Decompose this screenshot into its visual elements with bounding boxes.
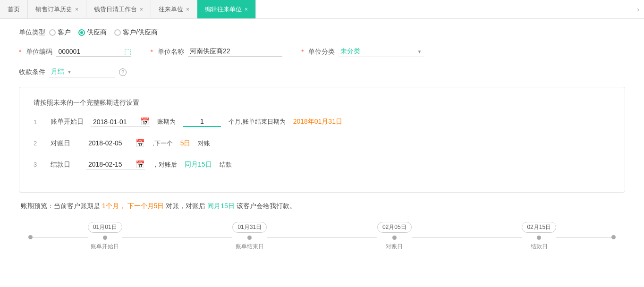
statement-date-label: 对账日 bbox=[51, 139, 79, 148]
radio-both[interactable]: 客户/供应商 bbox=[114, 28, 158, 37]
statement-day-highlight: 5日 bbox=[180, 139, 191, 148]
timeline-dot-end bbox=[611, 235, 616, 239]
row-num-1: 1 bbox=[34, 118, 43, 126]
unit-name-field: * 单位名称 bbox=[150, 47, 282, 57]
unit-category-label: 单位分类 bbox=[308, 48, 335, 56]
main-content: 单位类型 客户 供应商 客户/供应商 * 单位编码 bbox=[0, 19, 644, 287]
statement-date-row: 2 对账日 📅 ,下一个 5日 对账 bbox=[34, 138, 610, 148]
settlement-day-highlight: 同月15日 bbox=[185, 160, 212, 169]
unit-type-row: 单位类型 客户 供应商 客户/供应商 bbox=[19, 28, 625, 37]
timeline-label-1: 账单开始日 bbox=[91, 243, 119, 251]
timeline-label-2: 账单结束日 bbox=[236, 243, 264, 251]
close-icon[interactable]: × bbox=[245, 6, 248, 13]
unit-code-label: 单位编码 bbox=[26, 48, 52, 56]
tab-sales-history[interactable]: 销售订单历史 × bbox=[28, 0, 86, 18]
radio-circle-both bbox=[114, 29, 121, 36]
unit-category-value: 未分类 bbox=[340, 47, 360, 56]
timeline-line-4 bbox=[412, 237, 522, 237]
statement-date-input[interactable] bbox=[86, 138, 134, 148]
period-input[interactable] bbox=[183, 117, 221, 127]
tab-label: 编辑往来单位 bbox=[205, 5, 242, 14]
settings-panel: 请按照未来的一个完整帐期进行设置 1 账单开始日 📅 账期为 个月,账单结束日期… bbox=[19, 87, 625, 193]
close-icon[interactable]: × bbox=[140, 6, 143, 13]
start-date-row: 1 账单开始日 📅 账期为 个月,账单结束日期为 2018年01月31日 bbox=[34, 117, 610, 127]
unit-code-field: * 单位编码 ⬚ bbox=[19, 47, 131, 57]
payment-select[interactable]: 月结 ▼ bbox=[49, 67, 115, 77]
statement-suffix: 对账 bbox=[198, 139, 210, 148]
timeline-node-4: 02月15日 结款日 bbox=[522, 222, 556, 251]
start-date-label: 账单开始日 bbox=[51, 118, 84, 126]
timeline-node-2: 01月31日 账单结束日 bbox=[232, 222, 267, 251]
timeline-dot-1 bbox=[103, 236, 107, 240]
timeline-line-2 bbox=[122, 237, 233, 237]
start-date-input[interactable] bbox=[91, 117, 138, 127]
calendar-icon[interactable]: 📅 bbox=[136, 160, 145, 169]
tab-label: 钱货日清工作台 bbox=[94, 5, 137, 14]
timeline-dot-4 bbox=[537, 236, 541, 240]
preview-section: 账期预览：当前客户账期是 1个月， 下一个月5日 对账，对账后 同月15日 该客… bbox=[19, 202, 625, 211]
tab-bar: 首页 销售订单历史 × 钱货日清工作台 × 往来单位 × 编辑往来单位 × › bbox=[0, 0, 644, 19]
tab-more-button[interactable]: › bbox=[632, 0, 644, 18]
required-star: * bbox=[150, 48, 153, 56]
unit-code-input[interactable] bbox=[56, 47, 122, 56]
unit-info-row: * 单位编码 ⬚ * 单位名称 * 单位分类 未分类 ▼ bbox=[19, 46, 625, 57]
unit-type-label: 单位类型 bbox=[19, 28, 45, 37]
unit-name-input[interactable] bbox=[188, 47, 282, 57]
radio-customer[interactable]: 客户 bbox=[49, 28, 71, 37]
tab-edit-contact[interactable]: 编辑往来单位 × bbox=[197, 0, 256, 18]
calendar-icon[interactable]: 📅 bbox=[140, 117, 150, 126]
timeline-node-1: 01月01日 账单开始日 bbox=[88, 222, 122, 251]
radio-label-both: 客户/供应商 bbox=[123, 28, 158, 37]
settlement-date-input[interactable] bbox=[86, 160, 134, 169]
preview-next-day: 下一个月5日 bbox=[127, 202, 164, 210]
tab-label: 首页 bbox=[8, 5, 20, 14]
copy-icon[interactable]: ⬚ bbox=[124, 47, 131, 56]
tab-cash-workbench[interactable]: 钱货日清工作台 × bbox=[86, 0, 151, 18]
timeline-left-end bbox=[28, 235, 33, 239]
close-icon[interactable]: × bbox=[75, 6, 78, 13]
tab-home[interactable]: 首页 bbox=[0, 0, 28, 18]
radio-supplier[interactable]: 供应商 bbox=[78, 28, 107, 37]
tab-label: 往来单位 bbox=[159, 5, 183, 14]
timeline-dot-3 bbox=[392, 236, 397, 240]
timeline-badge-4: 02月15日 bbox=[522, 222, 556, 233]
help-icon[interactable]: ? bbox=[119, 68, 127, 76]
settlement-prefix: ，对账后 bbox=[153, 160, 177, 169]
timeline-dot-start bbox=[28, 235, 33, 239]
timeline-dot-2 bbox=[247, 236, 252, 240]
close-icon[interactable]: × bbox=[186, 6, 189, 13]
settlement-suffix: 结款 bbox=[220, 160, 232, 169]
period-desc: 个月,账单结束日期为 bbox=[229, 118, 286, 126]
radio-circle-customer bbox=[49, 29, 56, 36]
radio-circle-supplier bbox=[78, 29, 85, 36]
tab-contacts[interactable]: 往来单位 × bbox=[151, 0, 197, 18]
tab-label: 销售订单历史 bbox=[35, 5, 72, 14]
payment-value: 月结 bbox=[51, 68, 64, 76]
end-date-highlight: 2018年01月31日 bbox=[293, 118, 342, 126]
preview-mid: 对账，对账后 bbox=[166, 202, 205, 210]
timeline: 01月01日 账单开始日 01月31日 账单结束日 02月05日 对账日 02月… bbox=[19, 222, 625, 260]
preview-end: 该客户会给我打款。 bbox=[237, 202, 296, 210]
timeline-label-3: 对账日 bbox=[386, 243, 403, 251]
payment-label: 收款条件 bbox=[19, 68, 45, 76]
period-prefix: 账期为 bbox=[157, 118, 176, 126]
calendar-icon[interactable]: 📅 bbox=[136, 139, 145, 148]
unit-code-input-wrapper: ⬚ bbox=[56, 47, 131, 57]
unit-name-label: 单位名称 bbox=[158, 48, 184, 56]
timeline-line-5 bbox=[556, 237, 611, 237]
unit-category-select[interactable]: 未分类 ▼ bbox=[339, 46, 424, 57]
radio-label-customer: 客户 bbox=[58, 28, 71, 37]
timeline-line-1 bbox=[33, 237, 88, 237]
preview-period: 1个月， bbox=[102, 202, 126, 210]
timeline-node-3: 02月05日 对账日 bbox=[377, 222, 412, 251]
row-num-2: 2 bbox=[34, 140, 43, 147]
timeline-badge-3: 02月05日 bbox=[377, 222, 412, 233]
statement-prefix: ,下一个 bbox=[153, 139, 173, 148]
unit-type-field: 单位类型 客户 供应商 客户/供应商 bbox=[19, 28, 158, 37]
panel-title: 请按照未来的一个完整帐期进行设置 bbox=[34, 99, 610, 107]
timeline-badge-1: 01月01日 bbox=[88, 222, 122, 233]
settlement-date-input-wrapper: 📅 bbox=[86, 160, 145, 169]
settlement-date-label: 结款日 bbox=[51, 160, 79, 169]
statement-date-input-wrapper: 📅 bbox=[86, 138, 145, 148]
preview-label: 账期预览：当前客户账期是 bbox=[21, 202, 100, 210]
